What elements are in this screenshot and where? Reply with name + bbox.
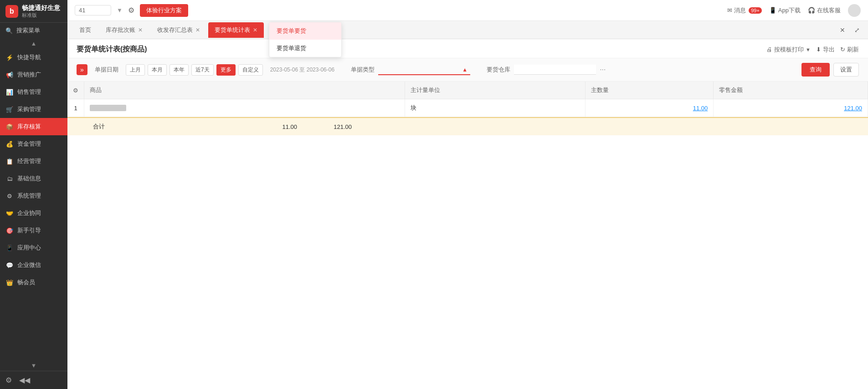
row-amount-link[interactable]: 121.00 bbox=[844, 105, 862, 112]
tab-inventory-batch[interactable]: 库存批次账 ✕ bbox=[99, 22, 149, 38]
type-select-input[interactable] bbox=[378, 65, 470, 75]
nav-icon-members: 👑 bbox=[5, 278, 14, 287]
nav-label-purchase: 采购管理 bbox=[17, 105, 41, 113]
sidebar-item-sales[interactable]: 📊 销售管理 bbox=[0, 83, 67, 101]
tab-maximize[interactable]: ⤢ bbox=[852, 25, 863, 36]
sidebar-nav: ⚡ 快捷导航 📢 营销推广 📊 销售管理 🛒 采购管理 📦 库存核算 💰 资金管… bbox=[0, 49, 67, 360]
date-btn-7days[interactable]: 近7天 bbox=[191, 64, 214, 76]
nav-label-operations: 经营管理 bbox=[17, 157, 41, 165]
topbar-settings-icon[interactable]: ⚙ bbox=[128, 6, 134, 15]
th-product: 商品 bbox=[84, 82, 405, 99]
nav-icon-app-center: 📱 bbox=[5, 244, 14, 252]
tab-order-stats-close[interactable]: ✕ bbox=[253, 27, 257, 33]
sidebar-item-quick-nav[interactable]: ⚡ 快捷导航 bbox=[0, 49, 67, 66]
nav-icon-inventory: 📦 bbox=[5, 123, 14, 131]
main-area: ▼ ⚙ 体验行业方案 ✉ 消息 99+ 📱 App下载 🎧 在线客服 首页 bbox=[67, 0, 868, 389]
row-num: 1 bbox=[67, 99, 84, 117]
query-btn[interactable]: 查询 bbox=[801, 63, 830, 77]
sidebar-collapse-icon[interactable]: ◀◀ bbox=[19, 376, 30, 384]
product-blurred bbox=[90, 105, 126, 111]
tab-inventory-batch-close[interactable]: ✕ bbox=[138, 27, 143, 33]
app-download-item[interactable]: 📱 App下载 bbox=[769, 6, 801, 15]
table-footer: 合计 11.00 121.00 bbox=[67, 117, 868, 135]
industry-btn[interactable]: 体验行业方案 bbox=[140, 4, 188, 17]
tab-order-stats[interactable]: 要货单统计表 ✕ bbox=[208, 22, 264, 38]
date-btn-custom[interactable]: 自定义 bbox=[238, 64, 263, 76]
row-product bbox=[84, 99, 405, 117]
tab-recv-send-close[interactable]: ✕ bbox=[195, 27, 200, 33]
search-icon: 🔍 bbox=[5, 27, 13, 34]
th-settings[interactable]: ⚙ bbox=[67, 82, 84, 99]
type-select-container[interactable]: ▲ bbox=[378, 65, 470, 75]
user-avatar[interactable] bbox=[848, 4, 861, 17]
search-menu[interactable]: 🔍 搜索菜单 bbox=[0, 23, 67, 38]
tab-recv-send-label: 收发存汇总表 bbox=[157, 26, 193, 34]
app-logo: b 畅捷通好生意 标准版 bbox=[0, 0, 67, 23]
row-qty: 11.00 bbox=[585, 99, 714, 117]
th-qty: 主数量 bbox=[585, 82, 714, 99]
sidebar-item-finance[interactable]: 💰 资金管理 bbox=[0, 135, 67, 153]
sidebar-item-inventory[interactable]: 📦 库存核算 bbox=[0, 118, 67, 135]
warehouse-input[interactable] bbox=[514, 65, 596, 75]
sidebar-item-app-center[interactable]: 📱 应用中心 bbox=[0, 239, 67, 256]
messages-badge: 99+ bbox=[749, 7, 762, 14]
settings-btn[interactable]: 设置 bbox=[833, 63, 859, 77]
nav-icon-finance: 💰 bbox=[5, 140, 14, 148]
topbar-dropdown-icon[interactable]: ▼ bbox=[117, 7, 123, 14]
page-header: 要货单统计表(按商品) 🖨 按模板打印 ▼ ⬇ 导出 ↻ 刷新 bbox=[67, 39, 868, 58]
sidebar-item-operations[interactable]: 📋 经营管理 bbox=[0, 153, 67, 170]
sidebar-item-basic[interactable]: 🗂 基础信息 bbox=[0, 170, 67, 187]
nav-label-app-center: 应用中心 bbox=[17, 244, 41, 252]
filter-row: » 单据日期 上月 本月 本年 近7天 更多 自定义 2023-05-06 至 … bbox=[67, 58, 868, 82]
sidebar-scroll-down[interactable]: ▼ bbox=[0, 360, 67, 371]
online-service-item[interactable]: 🎧 在线客服 bbox=[808, 6, 841, 15]
print-action[interactable]: 🖨 按模板打印 ▼ bbox=[766, 46, 811, 54]
sidebar-item-wechat[interactable]: 💬 企业微信 bbox=[0, 256, 67, 274]
nav-label-basic: 基础信息 bbox=[17, 174, 41, 183]
date-btn-this-year[interactable]: 本年 bbox=[169, 64, 189, 76]
data-table: ⚙ 商品 主计量单位 主数量 零售金额 1 块 bbox=[67, 82, 868, 117]
th-unit: 主计量单位 bbox=[405, 82, 585, 99]
tab-close-all[interactable]: ✕ bbox=[837, 25, 848, 36]
messages-icon: ✉ bbox=[727, 7, 732, 14]
nav-icon-quick-nav: ⚡ bbox=[5, 53, 14, 61]
print-icon: 🖨 bbox=[766, 46, 772, 53]
nav-icon-system: ⚙ bbox=[5, 192, 14, 200]
date-btn-last-month[interactable]: 上月 bbox=[126, 64, 145, 76]
app-download-icon: 📱 bbox=[769, 7, 776, 14]
sidebar-scroll-up[interactable]: ▲ bbox=[0, 38, 67, 49]
online-service-label: 在线客服 bbox=[817, 6, 841, 15]
messages-item[interactable]: ✉ 消息 99+ bbox=[727, 6, 762, 15]
nav-label-guide: 新手引导 bbox=[17, 226, 41, 235]
sidebar-item-system[interactable]: ⚙ 系统管理 bbox=[0, 187, 67, 205]
sidebar-item-enterprise[interactable]: 🤝 企业协同 bbox=[0, 205, 67, 222]
filter-expand-btn[interactable]: » bbox=[77, 64, 87, 75]
logo-sub: 标准版 bbox=[22, 12, 60, 18]
topbar-search-input[interactable] bbox=[75, 5, 111, 15]
page-header-actions: 🖨 按模板打印 ▼ ⬇ 导出 ↻ 刷新 bbox=[766, 46, 859, 54]
nav-icon-wechat: 💬 bbox=[5, 261, 14, 269]
sidebar-settings-icon[interactable]: ⚙ bbox=[5, 376, 12, 384]
th-amount: 零售金额 bbox=[714, 82, 868, 99]
dropdown-item-order-return[interactable]: 要货单退货 bbox=[269, 40, 341, 57]
app-download-label: App下载 bbox=[778, 6, 801, 15]
refresh-label: 刷新 bbox=[847, 46, 859, 54]
sidebar-bottom: ⚙ ◀◀ bbox=[0, 371, 67, 389]
export-action[interactable]: ⬇ 导出 bbox=[816, 46, 835, 54]
tab-home[interactable]: 首页 bbox=[73, 22, 98, 38]
warehouse-more-icon[interactable]: ··· bbox=[600, 66, 606, 74]
sidebar-item-guide[interactable]: 🎯 新手引导 bbox=[0, 222, 67, 239]
nav-label-quick-nav: 快捷导航 bbox=[17, 53, 41, 61]
sidebar-item-members[interactable]: 👑 畅会员 bbox=[0, 274, 67, 291]
date-btn-more[interactable]: 更多 bbox=[216, 64, 236, 76]
tab-inventory-batch-label: 库存批次账 bbox=[106, 26, 135, 34]
nav-icon-guide: 🎯 bbox=[5, 226, 14, 235]
table-header-row: ⚙ 商品 主计量单位 主数量 零售金额 bbox=[67, 82, 868, 99]
refresh-action[interactable]: ↻ 刷新 bbox=[840, 46, 859, 54]
date-btn-this-month[interactable]: 本月 bbox=[148, 64, 167, 76]
sidebar-item-marketing[interactable]: 📢 营销推广 bbox=[0, 66, 67, 83]
tab-recv-send[interactable]: 收发存汇总表 ✕ bbox=[151, 22, 206, 38]
nav-icon-operations: 📋 bbox=[5, 157, 14, 165]
sidebar-item-purchase[interactable]: 🛒 采购管理 bbox=[0, 101, 67, 118]
row-qty-link[interactable]: 11.00 bbox=[693, 105, 708, 112]
